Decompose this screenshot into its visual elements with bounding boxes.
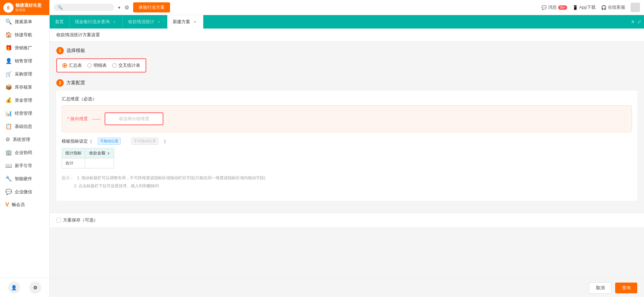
template-radio-group: 汇总表 明细表 交叉统计表: [62, 62, 140, 68]
radio-label-summary: 汇总表: [69, 62, 82, 68]
sidebar-item-label: 库存核算: [15, 84, 32, 90]
chart-icon: 📊: [5, 110, 12, 116]
radio-circle-detail: [87, 63, 92, 68]
sidebar-extra-btn1[interactable]: 👤: [8, 282, 20, 294]
message-icon: 💬: [541, 5, 547, 10]
sidebar-item-operations[interactable]: 📊 经营管理: [0, 107, 49, 120]
tab-close-icon[interactable]: ×: [192, 19, 198, 24]
tab-new-plan[interactable]: 新建方案 ×: [167, 15, 203, 29]
topbar-right: 💬 消息 99+ 📱 App下载 🎧 在线客服: [541, 3, 640, 12]
user-avatar[interactable]: [631, 3, 640, 12]
tab-label: 收款情况统计: [128, 19, 154, 25]
tab-home[interactable]: 首页: [50, 15, 69, 29]
tab-receipts[interactable]: 收款情况统计 ×: [123, 15, 167, 29]
tab-close-icon[interactable]: ×: [156, 19, 162, 24]
sidebar-item-search[interactable]: 🔍 搜索菜单: [0, 15, 49, 28]
messages-item[interactable]: 💬 消息 99+: [541, 4, 567, 10]
sidebar-item-marketing[interactable]: 🎁 营销推广: [0, 41, 49, 54]
system-icon: ⚙: [5, 136, 10, 143]
step1-section: 1 选择模板 汇总表 明细表: [56, 47, 637, 72]
sidebar-item-collab[interactable]: 🏢 企业协同: [0, 146, 49, 159]
sidebar-item-label: 经营管理: [15, 110, 32, 116]
sidebar-item-nav[interactable]: 🏠 快捷导航: [0, 28, 49, 41]
sidebar-item-label: 基础信息: [15, 123, 32, 130]
sidebar-item-inventory[interactable]: 📦 库存核算: [0, 81, 49, 94]
step2-number: 2: [56, 79, 64, 87]
dropdown-arrow: ▾: [118, 5, 120, 10]
main-area: 🔍 ▾ ⚙ 体验行业方案 💬 消息 99+ 📱 App下载 🎧 在线客服: [50, 0, 644, 297]
topbar-search-box[interactable]: 🔍: [54, 4, 114, 11]
content-area: 收款情况统计方案设置 1 选择模板 汇总表: [50, 29, 644, 279]
user-icon: 👤: [5, 58, 12, 64]
query-button[interactable]: 查询: [615, 283, 637, 293]
sidebar-item-vip[interactable]: V 畅会员: [0, 198, 49, 211]
sidebar-item-label: 销售管理: [15, 58, 32, 64]
topbar-dropdown[interactable]: ▾: [118, 5, 120, 10]
metrics-title: 模板指标设定（: [62, 138, 92, 144]
sidebar-item-basic-info[interactable]: 📋 基础信息: [0, 120, 49, 133]
dimension-select-input[interactable]: 请选择分组维度: [105, 112, 163, 125]
building-icon: 🏢: [5, 149, 12, 156]
radio-circle-summary: [62, 63, 67, 68]
step1-number: 1: [56, 47, 64, 54]
save-checkbox[interactable]: [56, 218, 61, 222]
tips-label: 提示：: [62, 176, 76, 180]
close-window-icon[interactable]: ×: [631, 18, 635, 26]
logo-sub: 标准版: [15, 8, 42, 12]
sidebar-item-purchase[interactable]: 🛒 采购管理: [0, 67, 49, 81]
cancel-button[interactable]: 取消: [589, 282, 612, 294]
metrics-amount-header[interactable]: 收款金额 ∨: [85, 148, 114, 158]
logo-text: 畅捷通好生意: [15, 3, 42, 8]
radio-detail[interactable]: 明细表: [87, 62, 107, 68]
sidebar-item-sales[interactable]: 👤 销售管理: [0, 54, 49, 67]
metrics-table-wrapper: 统计指标 合计 收款金额 ∨: [62, 148, 632, 168]
radio-cross[interactable]: 交叉统计表: [112, 62, 140, 68]
sidebar-item-label: 资金管理: [15, 97, 32, 103]
chevron-down-icon: ∨: [107, 151, 110, 155]
service-icon: 🎧: [601, 5, 606, 10]
save-label-text: 方案保存（可选）: [63, 217, 98, 223]
sidebar-item-label: 智能硬件: [15, 176, 32, 182]
step2-title: 方案配置: [66, 80, 85, 86]
tab-close-icon[interactable]: ×: [112, 19, 117, 24]
settings-icon[interactable]: ⚙: [124, 4, 129, 11]
draggable-tag: 可拖动位置: [98, 138, 121, 145]
sidebar-item-label: 企业微信: [15, 189, 32, 195]
sidebar-extra-btn2[interactable]: ⚙: [29, 282, 41, 294]
sidebar-item-label: 系统管理: [13, 137, 30, 143]
gift-icon: 🎁: [5, 45, 12, 51]
book-icon: 📖: [5, 162, 12, 169]
config-card: 汇总维度（必选） * 纵向维度 —— 请选择分组维度 模板指标设定（ 可拖动位置: [56, 91, 637, 201]
tip2: 2. 点击标题栏下拉可设置排序、插入列和删除列: [74, 184, 159, 188]
footer-actions: 取消 查询: [50, 279, 644, 297]
tab-bank-flow[interactable]: 现金银行流水查询 ×: [69, 15, 123, 29]
industry-btn[interactable]: 体验行业方案: [133, 2, 170, 12]
sidebar-item-label: 营销推广: [15, 45, 32, 51]
radio-label-cross: 交叉统计表: [118, 62, 140, 68]
topbar: 🔍 ▾ ⚙ 体验行业方案 💬 消息 99+ 📱 App下载 🎧 在线客服: [50, 0, 644, 15]
download-item[interactable]: 📱 App下载: [573, 4, 596, 10]
list-icon: 📋: [5, 123, 12, 130]
save-checkbox-label[interactable]: 方案保存（可选）: [56, 217, 98, 223]
sidebar-item-system[interactable]: ⚙ 系统管理: [0, 133, 49, 146]
wechat-icon: 💬: [5, 189, 12, 195]
download-label: App下载: [579, 4, 596, 10]
messages-badge: 99+: [558, 5, 567, 10]
sidebar-item-hardware[interactable]: 🔧 智能硬件: [0, 172, 49, 185]
maximize-icon[interactable]: ⤢: [637, 19, 641, 24]
box-icon: 📦: [5, 84, 12, 90]
sidebar-item-guide[interactable]: 📖 新手引导: [0, 159, 49, 172]
service-item[interactable]: 🎧 在线客服: [601, 4, 625, 10]
sidebar-item-wechat[interactable]: 💬 企业微信: [0, 185, 49, 198]
bottom-save-bar: 方案保存（可选）: [50, 213, 644, 227]
dimension-arrow: ——: [92, 116, 101, 121]
radio-summary[interactable]: 汇总表: [62, 62, 82, 68]
metrics-subsection: 模板指标设定（ 可拖动位置 不可拖动位置 ） 统计指标 合计: [62, 138, 632, 190]
hardware-icon: 🔧: [5, 176, 12, 182]
sidebar-item-label: 搜索菜单: [15, 19, 32, 25]
sidebar-item-label: 企业协同: [15, 150, 32, 156]
cart-icon: 🛒: [5, 71, 12, 77]
metrics-label-col: 统计指标 合计: [62, 148, 85, 168]
non-draggable-tag: 不可拖动位置: [131, 138, 158, 145]
sidebar-item-finance[interactable]: 💰 资金管理: [0, 94, 49, 107]
